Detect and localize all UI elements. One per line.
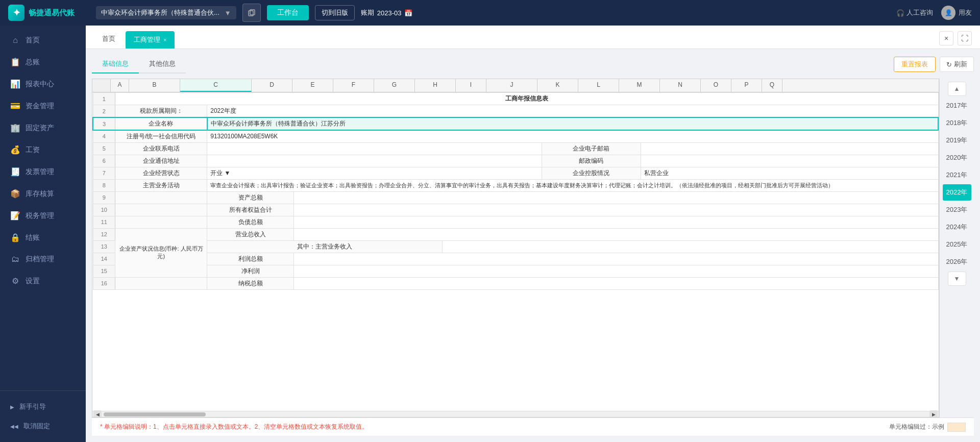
expand-window-button[interactable]: ⛶ bbox=[958, 31, 972, 45]
holding-value[interactable]: 私营企业 bbox=[641, 167, 938, 179]
tax-icon: 📝 bbox=[10, 211, 20, 220]
edit-hint-text: * 单元格编辑说明：1、点击单元格直接录入数值或文本。2、清空单元格数值或文本恢… bbox=[100, 423, 368, 431]
tab-home[interactable]: 首页 bbox=[94, 30, 124, 48]
column-headers: A B C D E F G H I J K L M N O bbox=[92, 79, 939, 92]
assets-row-label bbox=[115, 191, 207, 204]
tab-close-button[interactable]: × bbox=[163, 37, 166, 43]
year-item-2019[interactable]: 2019年 bbox=[943, 132, 971, 149]
sidebar-item-ledger[interactable]: 📋 总账 bbox=[0, 51, 86, 73]
sidebar-item-tax[interactable]: 📝 税务管理 bbox=[0, 205, 86, 227]
sidebar-item-guide[interactable]: ▶ 新手引导 bbox=[0, 397, 86, 416]
old-version-button[interactable]: 切到旧版 bbox=[315, 5, 355, 20]
equity-value[interactable] bbox=[294, 204, 938, 216]
sidebar-item-finance[interactable]: 💳 资金管理 bbox=[0, 95, 86, 117]
equity-row-spacer bbox=[115, 204, 207, 216]
col-header-j: J bbox=[486, 79, 537, 92]
col-header-i: I bbox=[456, 79, 486, 92]
sidebar-label-ledger: 总账 bbox=[26, 58, 40, 67]
total-assets-value[interactable] bbox=[294, 191, 938, 204]
sidebar-item-close[interactable]: 🔒 结账 bbox=[0, 227, 86, 249]
close-window-button[interactable]: × bbox=[939, 31, 953, 45]
table-row: 16 纳税总额 bbox=[93, 277, 938, 289]
calendar-icon[interactable]: 📅 bbox=[404, 9, 412, 17]
sidebar-item-settings[interactable]: ⚙ 设置 bbox=[0, 270, 86, 292]
col-header-q: Q bbox=[762, 79, 782, 92]
sidebar-item-invoice[interactable]: 🧾 发票管理 bbox=[0, 161, 86, 183]
tax-period-value[interactable]: 2022年度 bbox=[207, 105, 938, 118]
horizontal-scrollbar[interactable]: ◀ ▶ bbox=[92, 411, 939, 417]
scroll-left-button[interactable]: ◀ bbox=[93, 410, 102, 418]
sidebar-item-assets[interactable]: 🏢 固定资产 bbox=[0, 117, 86, 139]
sidebar-label-close: 结账 bbox=[26, 233, 40, 242]
biz-status-value[interactable]: 开业 ▼ bbox=[207, 167, 542, 179]
tab-business[interactable]: 工商管理 × bbox=[126, 31, 175, 48]
year-scroll-up[interactable]: ▲ bbox=[948, 82, 966, 96]
edit-sample-label: 单元格编辑过：示例 bbox=[889, 423, 944, 431]
sidebar-item-salary[interactable]: 💰 工资 bbox=[0, 139, 86, 161]
year-item-2022[interactable]: 2022年 bbox=[943, 184, 971, 201]
sidebar-bottom: ▶ 新手引导 ◀◀ 取消固定 bbox=[0, 390, 86, 442]
edit-sample-color bbox=[947, 423, 966, 432]
settings-icon: ⚙ bbox=[10, 276, 20, 286]
sidebar-item-inventory[interactable]: 📦 库存核算 bbox=[0, 183, 86, 205]
scroll-right-button[interactable]: ▶ bbox=[929, 410, 938, 418]
main-biz-label: 主营业务活动 bbox=[115, 179, 207, 191]
year-scroll-down[interactable]: ▼ bbox=[948, 272, 966, 286]
reset-report-button[interactable]: 重置报表 bbox=[894, 57, 936, 72]
row-num: 11 bbox=[93, 216, 115, 228]
app-name: 畅捷通易代账 bbox=[29, 8, 75, 18]
total-liab-value[interactable] bbox=[294, 216, 938, 228]
refresh-label: 刷新 bbox=[954, 60, 967, 69]
year-item-2026[interactable]: 2026年 bbox=[943, 254, 971, 270]
table-row: 2 税款所属期间： 2022年度 bbox=[93, 105, 938, 118]
reg-code-label: 注册号/统一社会信用代码 bbox=[115, 130, 207, 142]
year-item-2024[interactable]: 2024年 bbox=[943, 219, 971, 235]
sheet-title[interactable]: 工商年报信息表 bbox=[115, 93, 938, 105]
year-item-2021[interactable]: 2021年 bbox=[943, 167, 971, 183]
sidebar-item-archive[interactable]: 🗂 归档管理 bbox=[0, 249, 86, 270]
year-item-2025[interactable]: 2025年 bbox=[943, 236, 971, 253]
copy-button[interactable] bbox=[242, 4, 261, 22]
company-selector[interactable]: 中审众环会计师事务所（特殊普通合伙... ▼ bbox=[96, 6, 236, 19]
year-item-2018[interactable]: 2018年 bbox=[943, 115, 971, 131]
user-menu[interactable]: 👤 用友 bbox=[941, 6, 972, 20]
refresh-button[interactable]: ↻ 刷新 bbox=[940, 57, 974, 72]
col-header-e: E bbox=[292, 79, 333, 92]
email-value[interactable] bbox=[641, 142, 938, 155]
reg-code-value[interactable]: 91320100MA208E5W6K bbox=[207, 130, 938, 142]
workbench-button[interactable]: 工作台 bbox=[267, 5, 309, 20]
table-row: 6 企业通信地址 邮政编码 bbox=[93, 155, 938, 167]
total-revenue-value[interactable] bbox=[294, 228, 938, 240]
total-tax-value[interactable] bbox=[294, 277, 938, 289]
sidebar-item-unpin[interactable]: ◀◀ 取消固定 bbox=[0, 416, 86, 436]
sidebar-label-reports: 报表中心 bbox=[26, 80, 54, 89]
tab-business-label: 工商管理 bbox=[134, 35, 160, 44]
postal-value[interactable] bbox=[641, 155, 938, 167]
net-profit-value[interactable] bbox=[294, 265, 938, 277]
address-value[interactable] bbox=[207, 155, 542, 167]
sub-tab-other[interactable]: 其他信息 bbox=[139, 55, 186, 73]
sub-tab-basic[interactable]: 基础信息 bbox=[92, 55, 139, 73]
sidebar-item-home[interactable]: ⌂ 首页 bbox=[0, 30, 86, 51]
unpin-icon: ◀◀ bbox=[10, 424, 18, 429]
year-item-2020[interactable]: 2020年 bbox=[943, 150, 971, 166]
year-item-2017[interactable]: 2017年 bbox=[943, 97, 971, 114]
total-profit-value[interactable] bbox=[294, 253, 938, 265]
main-revenue-value[interactable] bbox=[443, 240, 938, 253]
spreadsheet-body[interactable]: 1 工商年报信息表 2 税款所属期间： 2022年度 3 bbox=[92, 92, 939, 411]
service-button[interactable]: 🎧 人工咨询 bbox=[896, 8, 933, 17]
company-name-value[interactable]: 中审众环会计师事务所（特殊普通合伙）江苏分所 bbox=[207, 117, 938, 130]
archive-icon: 🗂 bbox=[10, 255, 20, 264]
year-item-2023[interactable]: 2023年 bbox=[943, 202, 971, 218]
period-value: 2023-03 bbox=[377, 9, 402, 17]
sidebar-item-reports[interactable]: 📊 报表中心 bbox=[0, 73, 86, 95]
ledger-icon: 📋 bbox=[10, 57, 20, 67]
phone-value[interactable] bbox=[207, 142, 542, 155]
sidebar-nav: ⌂ 首页 📋 总账 📊 报表中心 💳 资金管理 🏢 固定资产 💰 工资 bbox=[0, 26, 86, 390]
scrollbar-thumb[interactable] bbox=[104, 412, 206, 416]
refresh-icon: ↻ bbox=[946, 61, 952, 68]
main-biz-value[interactable]: 审查企业会计报表；出具审计报告；验证企业资本；出具验资报告；办理企业合并、分立、… bbox=[207, 179, 938, 191]
header-actions: 重置报表 ↻ 刷新 bbox=[894, 57, 974, 72]
unpin-label: 取消固定 bbox=[23, 422, 50, 431]
topbar: ✦ 畅捷通易代账 中审众环会计师事务所（特殊普通合伙... ▼ 工作台 切到旧版… bbox=[0, 0, 980, 26]
